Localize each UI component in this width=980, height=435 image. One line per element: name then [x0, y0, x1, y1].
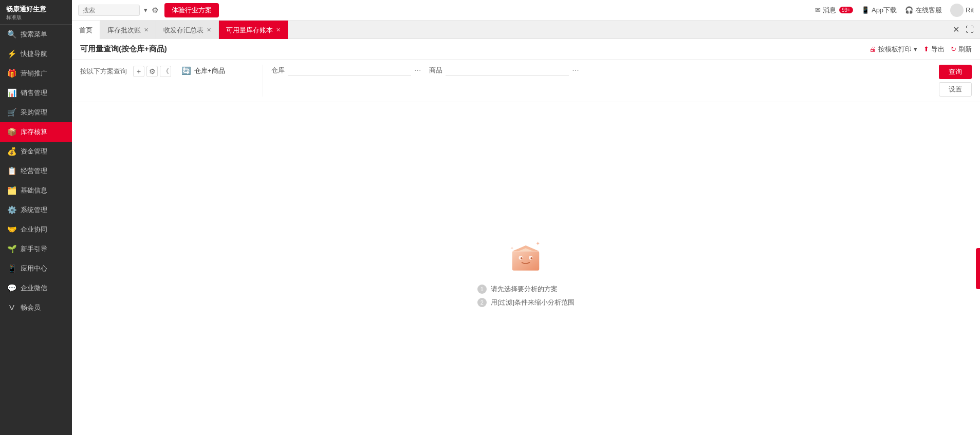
sidebar-item-apps[interactable]: 📱应用中心: [0, 259, 72, 278]
query-button[interactable]: 查询: [939, 65, 972, 79]
sidebar-item-wechat[interactable]: 💬企业微信: [0, 278, 72, 298]
app-download-button[interactable]: 📱 App下载: [861, 6, 897, 15]
print-icon: 🖨: [870, 45, 876, 53]
sidebar-item-shortcut[interactable]: ⚡快捷导航: [0, 44, 72, 64]
page-title: 可用量查询(按仓库+商品): [80, 44, 167, 54]
sidebar-icon-enterprise: 🤝: [7, 225, 16, 234]
message-icon: ✉: [815, 6, 821, 14]
sidebar-item-purchase[interactable]: 🛒采购管理: [0, 103, 72, 122]
warehouse-input[interactable]: [288, 65, 411, 76]
sidebar-label-member: 畅会员: [21, 303, 41, 312]
user-name: Rit: [966, 6, 974, 14]
sidebar-item-system[interactable]: ⚙️系统管理: [0, 200, 72, 220]
scheme-settings-button[interactable]: ⚙: [146, 66, 158, 77]
sidebar-label-enterprise: 企业协同: [21, 225, 47, 234]
tab-receipt-summary-close[interactable]: ✕: [207, 27, 211, 33]
hint-item-1: 1 请先选择要分析的方案: [477, 285, 575, 294]
sidebar-label-system: 系统管理: [21, 205, 47, 215]
empty-illustration: ✦ ✦: [503, 230, 549, 276]
user-menu[interactable]: Rit: [950, 4, 974, 17]
customer-service-label: 在线客服: [915, 6, 942, 15]
customer-service-button[interactable]: 🎧 在线客服: [905, 6, 942, 15]
sidebar-item-member[interactable]: V畅会员: [0, 298, 72, 317]
add-scheme-button[interactable]: +: [133, 66, 144, 77]
sidebar-icon-search: 🔍: [7, 30, 16, 39]
scheme-item-icon: 🔄: [181, 66, 191, 75]
sidebar-label-sales: 销售管理: [21, 88, 47, 98]
filter-label: 按以下方案查询: [80, 65, 127, 76]
sidebar-icon-operation: 📋: [7, 166, 16, 176]
print-dropdown-icon[interactable]: ▾: [914, 45, 917, 53]
refresh-label: 刷新: [958, 45, 972, 54]
content-area: ✦ ✦ 1 请先选择要分析的方案 2 用[过滤]条件来缩小分析范围: [72, 102, 980, 435]
logo-sub: 标准版: [6, 14, 66, 21]
sidebar-label-finance: 资金管理: [21, 147, 47, 156]
sidebar-item-inventory[interactable]: 📦库存核算: [0, 122, 72, 142]
sidebar-icon-inventory: 📦: [7, 127, 16, 137]
avatar: [950, 4, 964, 17]
dropdown-icon[interactable]: ▾: [144, 6, 147, 14]
export-icon: ⬆: [923, 45, 929, 53]
tab-receipt-summary[interactable]: 收发存汇总表 ✕: [156, 21, 219, 39]
sidebar-label-wechat: 企业微信: [21, 283, 47, 293]
trial-button[interactable]: 体验行业方案: [164, 3, 219, 17]
export-label: 导出: [931, 45, 945, 54]
page-header: 可用量查询(按仓库+商品) 🖨 按模板打印 ▾ ⬆ 导出 ↻ 刷新: [72, 39, 980, 60]
print-action[interactable]: 🖨 按模板打印 ▾: [870, 45, 917, 54]
filter-actions: 查询 设置: [939, 65, 972, 97]
topbar-right: ✉ 消息 99+ 📱 App下载 🎧 在线客服 Rit: [815, 4, 974, 17]
filter-area: 按以下方案查询 + ⚙ 《 🔄 仓库+商品 仓库 ··· 商品 ···: [72, 60, 980, 102]
tab-inventory-batch-label: 库存批次账: [107, 26, 141, 35]
goods-more-button[interactable]: ···: [572, 66, 579, 75]
tab-receipt-summary-label: 收发存汇总表: [163, 26, 204, 35]
topbar: ▾ ⚙ 体验行业方案 ✉ 消息 99+ 📱 App下载 🎧 在线客服 Rit: [72, 0, 980, 21]
sidebar-item-operation[interactable]: 📋经营管理: [0, 161, 72, 181]
settings-button[interactable]: 设置: [939, 82, 972, 97]
sidebar: 畅康通好生意 标准版 🔍搜索菜单⚡快捷导航🎁营销推广📊销售管理🛒采购管理📦库存核…: [0, 0, 72, 435]
empty-hints: 1 请先选择要分析的方案 2 用[过滤]条件来缩小分析范围: [477, 285, 575, 307]
sidebar-icon-marketing: 🎁: [7, 69, 16, 78]
message-label: 消息: [823, 6, 836, 15]
sidebar-icon-newbie: 🌱: [7, 244, 16, 254]
tab-inventory-batch-close[interactable]: ✕: [144, 27, 149, 33]
collapse-button[interactable]: 《: [160, 66, 171, 77]
tab-available-stock[interactable]: 可用量库存账本 ✕: [219, 21, 288, 39]
sidebar-item-sales[interactable]: 📊销售管理: [0, 83, 72, 103]
sidebar-item-basic[interactable]: 🗂️基础信息: [0, 181, 72, 200]
warehouse-more-button[interactable]: ···: [414, 66, 421, 75]
hint-num-2: 2: [477, 298, 487, 307]
sidebar-label-operation: 经营管理: [21, 166, 47, 176]
svg-rect-0: [512, 251, 540, 271]
export-action[interactable]: ⬆ 导出: [923, 45, 945, 54]
gear-icon[interactable]: ⚙: [152, 6, 158, 15]
sidebar-item-finance[interactable]: 💰资金管理: [0, 142, 72, 161]
tab-available-stock-label: 可用量库存账本: [226, 26, 273, 35]
filter-field-goods: 商品 ···: [429, 65, 579, 76]
tab-home[interactable]: 首页: [72, 21, 100, 39]
search-input[interactable]: [78, 5, 140, 16]
tab-inventory-batch[interactable]: 库存批次账 ✕: [100, 21, 156, 39]
sidebar-label-inventory: 库存核算: [21, 127, 47, 137]
svg-point-5: [521, 257, 523, 259]
tab-expand-button[interactable]: ⛶: [964, 25, 976, 34]
sidebar-icon-apps: 📱: [7, 264, 16, 273]
tab-close-window-button[interactable]: ✕: [951, 25, 961, 34]
message-button[interactable]: ✉ 消息 99+: [815, 6, 853, 15]
sidebar-scroll: 🔍搜索菜单⚡快捷导航🎁营销推广📊销售管理🛒采购管理📦库存核算💰资金管理📋经营管理…: [0, 25, 72, 435]
goods-field-label: 商品: [429, 66, 442, 75]
goods-input[interactable]: [446, 65, 569, 76]
sidebar-item-search[interactable]: 🔍搜索菜单: [0, 25, 72, 44]
filter-fields: 仓库 ··· 商品 ···: [271, 65, 933, 76]
refresh-action[interactable]: ↻ 刷新: [951, 45, 972, 54]
tabs-actions: ✕ ⛶: [951, 25, 980, 34]
sidebar-item-newbie[interactable]: 🌱新手引导: [0, 239, 72, 259]
scheme-item-warehouse-goods[interactable]: 🔄 仓库+商品: [177, 65, 254, 77]
sidebar-icon-finance: 💰: [7, 147, 16, 156]
tab-available-stock-close[interactable]: ✕: [276, 27, 281, 33]
right-edge-indicator: [976, 248, 980, 289]
sidebar-item-marketing[interactable]: 🎁营销推广: [0, 64, 72, 83]
sidebar-label-apps: 应用中心: [21, 264, 47, 273]
svg-text:✦: ✦: [510, 246, 514, 251]
hint-text-1: 请先选择要分析的方案: [491, 285, 558, 294]
sidebar-item-enterprise[interactable]: 🤝企业协同: [0, 220, 72, 239]
